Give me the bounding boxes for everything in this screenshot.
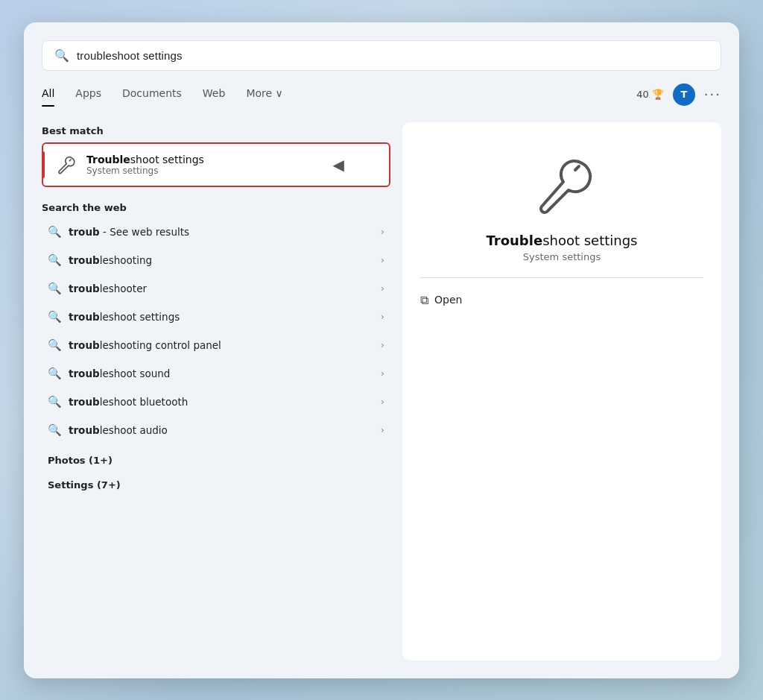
best-match-subtitle: System settings	[86, 165, 204, 176]
chevron-right-icon-0: ›	[381, 226, 384, 237]
web-result-text-4: troubleshooting control panel	[69, 339, 373, 351]
search-window: 🔍 All Apps Documents Web More ∨ 40 🏆 T ·…	[24, 22, 739, 678]
tab-web[interactable]: Web	[192, 83, 236, 107]
search-icon: 🔍	[54, 48, 69, 63]
web-result-text-7: troubleshoot audio	[69, 424, 373, 436]
web-result-item-3[interactable]: 🔍 troubleshoot settings ›	[42, 303, 390, 331]
open-button[interactable]: ⧉ Open	[420, 293, 462, 307]
web-result-item-5[interactable]: 🔍 troubleshoot sound ›	[42, 359, 390, 388]
web-result-item-6[interactable]: 🔍 troubleshoot bluetooth ›	[42, 388, 390, 416]
web-result-item-0[interactable]: 🔍 troub - See web results ›	[42, 218, 390, 246]
web-result-text-2: troubleshooter	[69, 283, 373, 294]
chevron-right-icon-6: ›	[381, 396, 384, 407]
best-match-title: Troubleshoot settings	[86, 154, 204, 165]
search-icon-6: 🔍	[48, 395, 61, 409]
search-input[interactable]	[77, 49, 709, 62]
chevron-right-icon-5: ›	[381, 368, 384, 379]
left-panel: Best match Troubleshoot settings System …	[42, 122, 390, 660]
web-result-text-1: troubleshooting	[69, 254, 373, 266]
web-section-label: Search the web	[42, 202, 390, 213]
main-content: Best match Troubleshoot settings System …	[42, 122, 721, 660]
search-icon-2: 🔍	[48, 282, 61, 295]
detail-title: Troubleshoot settings	[487, 233, 638, 248]
best-match-label: Best match	[42, 125, 390, 136]
web-result-item-4[interactable]: 🔍 troubleshooting control panel ›	[42, 331, 390, 359]
web-result-text-0: troub - See web results	[69, 226, 373, 238]
web-result-item-2[interactable]: 🔍 troubleshooter ›	[42, 274, 390, 303]
tab-bar-right: 40 🏆 T ···	[636, 83, 721, 106]
category-settings[interactable]: Settings (7+)	[42, 475, 390, 494]
detail-wrench-icon	[525, 146, 599, 221]
web-result-item-7[interactable]: 🔍 troubleshoot audio ›	[42, 416, 390, 444]
avatar[interactable]: T	[673, 83, 695, 106]
detail-panel: Troubleshoot settings System settings ⧉ …	[402, 122, 721, 660]
detail-subtitle: System settings	[523, 251, 601, 262]
tab-apps[interactable]: Apps	[65, 83, 112, 107]
chevron-right-icon-7: ›	[381, 424, 384, 435]
web-result-text-6: troubleshoot bluetooth	[69, 396, 373, 408]
search-icon-4: 🔍	[48, 338, 61, 352]
open-label: Open	[434, 294, 462, 306]
category-photos[interactable]: Photos (1+)	[42, 450, 390, 469]
search-icon-1: 🔍	[48, 253, 61, 267]
best-match-text: Troubleshoot settings System settings	[86, 154, 204, 176]
search-bar[interactable]: 🔍	[42, 40, 721, 71]
search-icon-7: 🔍	[48, 423, 61, 437]
web-result-item-1[interactable]: 🔍 troubleshooting ›	[42, 246, 390, 274]
chevron-right-icon-3: ›	[381, 311, 384, 322]
cursor: ◀	[333, 156, 344, 174]
search-icon-5: 🔍	[48, 367, 61, 380]
tab-all[interactable]: All	[42, 83, 65, 107]
detail-divider	[420, 277, 703, 278]
trophy-icon: 🏆	[652, 89, 664, 100]
more-options-button[interactable]: ···	[704, 86, 721, 102]
open-external-icon: ⧉	[420, 293, 428, 307]
best-match-item[interactable]: Troubleshoot settings System settings ◀	[42, 142, 390, 187]
tab-more[interactable]: More ∨	[235, 83, 293, 107]
chevron-right-icon-1: ›	[381, 254, 384, 265]
tab-bar: All Apps Documents Web More ∨ 40 🏆 T ···	[42, 83, 721, 107]
web-result-text-3: troubleshoot settings	[69, 311, 373, 323]
web-result-text-5: troubleshoot sound	[69, 368, 373, 379]
tab-documents[interactable]: Documents	[112, 83, 192, 107]
chevron-right-icon-4: ›	[381, 339, 384, 350]
wrench-icon	[54, 153, 77, 177]
search-icon-3: 🔍	[48, 310, 61, 324]
notification-count: 40 🏆	[636, 89, 664, 100]
chevron-right-icon-2: ›	[381, 283, 384, 294]
search-icon-0: 🔍	[48, 225, 61, 239]
